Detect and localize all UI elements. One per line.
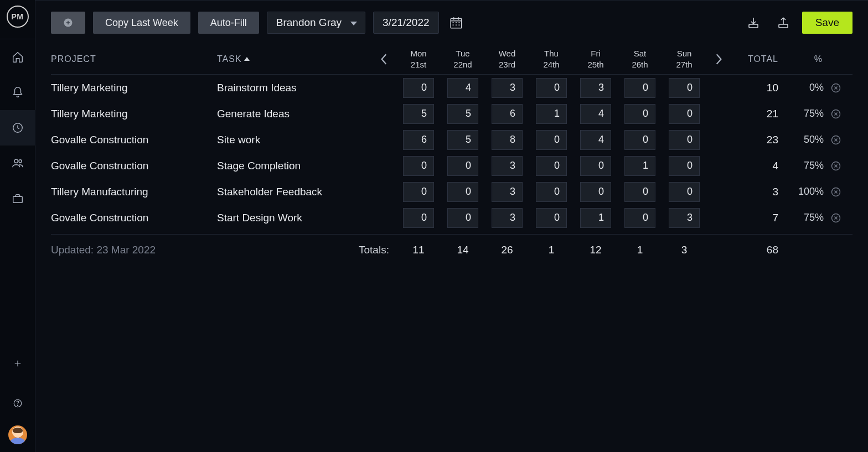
cell-hour: 0 xyxy=(441,182,485,202)
totals-label: Totals: xyxy=(359,244,396,256)
cell-task[interactable]: Start Design Work xyxy=(217,212,372,224)
auto-fill-button[interactable]: Auto-Fill xyxy=(198,12,259,34)
hour-input[interactable]: 5 xyxy=(447,130,478,150)
hour-input[interactable]: 3 xyxy=(492,78,523,98)
cell-task[interactable]: Site work xyxy=(217,134,372,146)
hour-input[interactable]: 6 xyxy=(403,130,434,150)
header-task[interactable]: TASK xyxy=(217,54,372,64)
calendar-button[interactable] xyxy=(448,14,464,31)
hour-input[interactable]: 0 xyxy=(403,156,434,176)
delete-row-button[interactable] xyxy=(825,134,847,146)
nav-add[interactable] xyxy=(0,346,35,381)
hour-input[interactable]: 0 xyxy=(447,182,478,202)
nav-notifications[interactable] xyxy=(0,75,35,110)
nav-team[interactable] xyxy=(0,146,35,181)
cell-task[interactable]: Stakeholder Feedback xyxy=(217,186,372,198)
hour-input[interactable]: 1 xyxy=(536,104,567,124)
hour-input[interactable]: 0 xyxy=(669,182,700,202)
upload-icon xyxy=(777,16,790,29)
hour-input[interactable]: 0 xyxy=(669,78,700,98)
import-button[interactable] xyxy=(746,15,761,30)
hour-input[interactable]: 3 xyxy=(580,78,611,98)
hour-input[interactable]: 0 xyxy=(580,156,611,176)
hour-input[interactable]: 3 xyxy=(492,208,523,228)
hour-input[interactable]: 0 xyxy=(536,78,567,98)
hour-input[interactable]: 1 xyxy=(624,156,655,176)
hour-input[interactable]: 0 xyxy=(536,208,567,228)
cell-task[interactable]: Generate Ideas xyxy=(217,108,372,120)
hour-input[interactable]: 0 xyxy=(447,156,478,176)
user-select[interactable]: Brandon Gray xyxy=(267,12,365,34)
cell-hour: 0 xyxy=(618,208,662,228)
hour-input[interactable]: 5 xyxy=(403,104,434,124)
sort-asc-icon xyxy=(244,57,250,61)
hour-input[interactable]: 3 xyxy=(669,208,700,228)
cell-project[interactable]: Tillery Marketing xyxy=(51,108,217,120)
hour-input[interactable]: 8 xyxy=(492,130,523,150)
hour-input[interactable]: 3 xyxy=(492,182,523,202)
cell-project[interactable]: Govalle Construction xyxy=(51,160,217,172)
header-project[interactable]: PROJECT xyxy=(51,54,217,64)
nav-help[interactable] xyxy=(0,386,35,421)
chevron-left-icon xyxy=(380,53,388,65)
delete-row-button[interactable] xyxy=(825,212,847,224)
save-button[interactable]: Save xyxy=(802,12,852,34)
hour-input[interactable]: 0 xyxy=(403,78,434,98)
hour-input[interactable]: 4 xyxy=(580,104,611,124)
cell-project[interactable]: Govalle Construction xyxy=(51,134,217,146)
export-button[interactable] xyxy=(776,15,791,30)
hour-input[interactable]: 5 xyxy=(447,104,478,124)
hour-input[interactable]: 0 xyxy=(624,78,655,98)
help-icon xyxy=(13,398,23,408)
user-avatar[interactable] xyxy=(8,425,27,444)
cell-hour: 4 xyxy=(441,78,485,98)
nav-home[interactable] xyxy=(0,39,35,75)
header-day-sat: Sat26th xyxy=(618,48,662,70)
cell-project[interactable]: Tillery Marketing xyxy=(51,82,217,94)
hour-input[interactable]: 0 xyxy=(669,130,700,150)
delete-row-button[interactable] xyxy=(825,160,847,172)
updated-label: Updated: 23 Mar 2022 xyxy=(51,244,372,256)
delete-row-button[interactable] xyxy=(825,186,847,198)
close-circle-icon xyxy=(830,212,841,224)
hour-input[interactable]: 0 xyxy=(536,156,567,176)
cell-hour: 5 xyxy=(441,104,485,124)
next-week-button[interactable] xyxy=(706,47,731,71)
hour-input[interactable]: 0 xyxy=(403,208,434,228)
cell-project[interactable]: Tillery Manufacturing xyxy=(51,186,217,198)
delete-row-button[interactable] xyxy=(825,108,847,120)
hour-input[interactable]: 0 xyxy=(403,182,434,202)
copy-last-week-button[interactable]: Copy Last Week xyxy=(93,12,190,34)
hour-input[interactable]: 0 xyxy=(536,182,567,202)
cell-task[interactable]: Stage Completion xyxy=(217,160,372,172)
hour-input[interactable]: 6 xyxy=(492,104,523,124)
cell-hour: 0 xyxy=(529,130,574,150)
prev-week-button[interactable] xyxy=(372,47,396,71)
hour-input[interactable]: 0 xyxy=(624,208,655,228)
hour-input[interactable]: 4 xyxy=(580,130,611,150)
cell-project[interactable]: Govalle Construction xyxy=(51,212,217,224)
hour-input[interactable]: 3 xyxy=(492,156,523,176)
hour-input[interactable]: 0 xyxy=(447,208,478,228)
footer-grand-total: 68 xyxy=(731,244,781,256)
hour-input[interactable]: 0 xyxy=(669,156,700,176)
hour-input[interactable]: 0 xyxy=(580,182,611,202)
hour-input[interactable]: 1 xyxy=(580,208,611,228)
delete-row-button[interactable] xyxy=(825,82,847,93)
footer-total-mon: 11 xyxy=(396,244,441,256)
hour-input[interactable]: 0 xyxy=(624,182,655,202)
hour-input[interactable]: 0 xyxy=(536,130,567,150)
add-row-button[interactable] xyxy=(51,12,85,34)
cell-percent: 0% xyxy=(781,82,825,93)
nav-timesheet[interactable] xyxy=(0,110,35,146)
briefcase-icon xyxy=(12,193,24,205)
cell-task[interactable]: Brainstorm Ideas xyxy=(217,82,372,94)
hour-input[interactable]: 4 xyxy=(447,78,478,98)
hour-input[interactable]: 0 xyxy=(624,130,655,150)
timesheet-row: Govalle ConstructionStage Completion0030… xyxy=(51,153,852,179)
close-circle-icon xyxy=(830,82,841,93)
hour-input[interactable]: 0 xyxy=(669,104,700,124)
date-input[interactable]: 3/21/2022 xyxy=(373,12,439,34)
nav-work[interactable] xyxy=(0,181,35,216)
hour-input[interactable]: 0 xyxy=(624,104,655,124)
